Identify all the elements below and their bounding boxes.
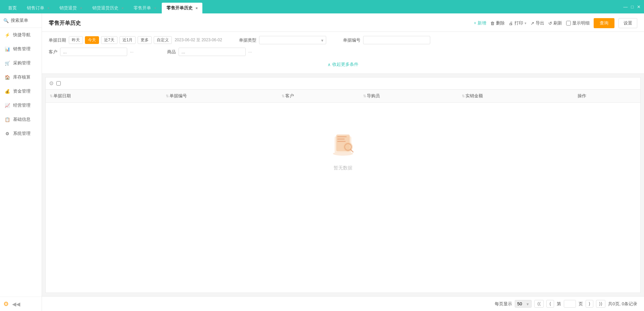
svg-rect-3 xyxy=(337,136,347,137)
date-option-更多[interactable]: 更多 xyxy=(138,36,152,44)
sidebar: 🔍 搜索菜单 ⚡ 快捷导航📊 销售管理🛒 采购管理🏠 库存核算💰 资金管理📈 经… xyxy=(0,13,42,311)
tab-close-icon[interactable]: × xyxy=(154,6,156,10)
show-detail-toggle[interactable]: 显示明细 xyxy=(566,20,590,26)
sidebar-item-基础信息[interactable]: 📋 基础信息 xyxy=(0,112,42,126)
table-header-客户[interactable]: ⇅客户 xyxy=(278,90,359,103)
sidebar-label: 资金管理 xyxy=(13,88,31,94)
print-button[interactable]: 🖨 打印 ▾ xyxy=(509,20,527,26)
sidebar-item-销售管理[interactable]: 📊 销售管理 xyxy=(0,42,42,56)
sidebar-label: 库存核算 xyxy=(13,74,31,80)
page-size-select[interactable]: 102050100 xyxy=(515,300,532,308)
table-settings-icon[interactable]: ⚙ xyxy=(49,80,54,87)
sidebar-item-快捷导航[interactable]: ⚡ 快捷导航 xyxy=(0,28,42,42)
customer-dotted-icon[interactable]: ··· xyxy=(130,49,134,54)
sidebar-item-经营管理[interactable]: 📈 经营管理 xyxy=(0,98,42,112)
date-option-今天[interactable]: 今天 xyxy=(85,36,99,44)
tab-close-icon[interactable]: × xyxy=(121,6,123,10)
goods-dotted-icon[interactable]: ··· xyxy=(248,49,252,54)
sidebar-item-资金管理[interactable]: 💰 资金管理 xyxy=(0,84,42,98)
customer-filter-label: 客户 xyxy=(49,49,57,55)
date-filter-label: 单据日期 xyxy=(49,37,66,43)
delete-icon: 🗑 xyxy=(490,21,495,26)
page-label: 第 xyxy=(557,301,561,307)
tab-close-icon[interactable]: × xyxy=(80,6,82,10)
svg-rect-4 xyxy=(337,139,345,140)
query-button[interactable]: 查询 xyxy=(594,18,614,28)
table-area: ⚙ ⇅单据日期⇅单据编号⇅客户⇅导购员⇅实销金额操作 xyxy=(45,77,641,293)
type-select[interactable] xyxy=(259,36,326,44)
table-header-单据编号[interactable]: ⇅单据编号 xyxy=(162,90,278,103)
sidebar-label: 销售管理 xyxy=(13,46,31,52)
sidebar-bottom: ⚙ ◀◀ xyxy=(0,297,42,311)
number-filter-label: 单据编号 xyxy=(343,37,360,43)
date-option-自定义[interactable]: 自定义 xyxy=(154,36,172,44)
sidebar-icon: 📊 xyxy=(4,46,10,52)
table-header-导购员[interactable]: ⇅导购员 xyxy=(359,90,458,103)
top-tab-零售开单历史[interactable]: 零售开单历史× xyxy=(162,3,202,13)
sidebar-item-采购管理[interactable]: 🛒 采购管理 xyxy=(0,56,42,70)
select-all-checkbox[interactable] xyxy=(56,81,61,86)
sort-icon: ⇅ xyxy=(462,94,465,98)
sidebar-icon: 🛒 xyxy=(4,60,10,66)
window-controls: — □ ✕ xyxy=(623,4,641,9)
number-input[interactable] xyxy=(363,36,430,44)
sort-icon: ⇅ xyxy=(166,94,169,98)
date-option-昨天[interactable]: 昨天 xyxy=(69,36,83,44)
goods-filter-label: 商品 xyxy=(167,49,176,55)
show-detail-checkbox[interactable] xyxy=(566,21,571,25)
type-filter: 单据类型 xyxy=(239,36,326,44)
sidebar-label: 快捷导航 xyxy=(13,32,31,38)
tab-close-icon[interactable]: × xyxy=(196,6,198,10)
sidebar-label: 基础信息 xyxy=(13,116,31,122)
table-toolbar: ⚙ xyxy=(46,77,640,90)
sidebar-item-库存核算[interactable]: 🏠 库存核算 xyxy=(0,70,42,84)
tab-close-icon[interactable]: × xyxy=(47,6,49,10)
sidebar-label: 采购管理 xyxy=(13,60,31,66)
sort-icon: ⇅ xyxy=(363,94,366,98)
page-number-input[interactable]: 1 xyxy=(564,300,576,308)
refresh-icon: ↺ xyxy=(548,21,552,26)
top-tab-销售订单[interactable]: 销售订单× xyxy=(22,3,54,13)
sort-icon: ⇅ xyxy=(50,94,53,98)
goods-input[interactable] xyxy=(179,48,246,56)
pagination: 每页显示 102050100 ⟨⟨ ⟨ 第 1 页 ⟩ ⟩⟩ 共0页, 0条记录 xyxy=(42,296,644,311)
collapse-filter-btn[interactable]: ∧ 收起更多条件 xyxy=(49,59,637,69)
top-tab-零售开单[interactable]: 零售开单× xyxy=(129,3,161,13)
sort-icon: ⇅ xyxy=(282,94,285,98)
table-header-单据日期[interactable]: ⇅单据日期 xyxy=(46,90,162,103)
date-filter: 单据日期 昨天今天近7天近1月更多自定义 2023-06-02 至 2023-0… xyxy=(49,36,222,44)
print-chevron-icon: ▾ xyxy=(525,21,527,25)
prev-page-btn[interactable]: ⟨ xyxy=(546,300,554,308)
date-options-group: 昨天今天近7天近1月更多自定义 xyxy=(69,36,172,44)
settings-button[interactable]: 设置 xyxy=(618,18,637,28)
add-button[interactable]: + 新增 xyxy=(474,20,486,26)
sidebar-search[interactable]: 🔍 搜索菜单 xyxy=(0,13,42,28)
export-icon: ↗ xyxy=(531,21,534,26)
collapse-sidebar-btn[interactable]: ◀◀ xyxy=(12,301,20,307)
export-button[interactable]: ↗ 导出 xyxy=(531,20,544,26)
close-btn[interactable]: ✕ xyxy=(637,4,641,9)
sidebar-item-系统管理[interactable]: ⚙ 系统管理 xyxy=(0,126,42,141)
date-option-近7天[interactable]: 近7天 xyxy=(101,36,117,44)
customer-input[interactable] xyxy=(60,48,127,56)
maximize-btn[interactable]: □ xyxy=(631,4,634,9)
filter-row-1: 单据日期 昨天今天近7天近1月更多自定义 2023-06-02 至 2023-0… xyxy=(49,36,637,44)
next-page-btn[interactable]: ⟩ xyxy=(586,300,593,308)
settings-icon[interactable]: ⚙ xyxy=(3,300,9,308)
first-page-btn[interactable]: ⟨⟨ xyxy=(534,300,544,308)
last-page-btn[interactable]: ⟩⟩ xyxy=(596,300,605,308)
top-tab-销货退货[interactable]: 销货退货× xyxy=(55,3,87,13)
top-tab-首页[interactable]: 首页 xyxy=(3,3,21,13)
refresh-button[interactable]: ↺ 刷新 xyxy=(548,20,562,26)
sidebar-icon: 🏠 xyxy=(4,74,10,80)
delete-button[interactable]: 🗑 删除 xyxy=(490,20,505,26)
top-bar: 首页销售订单×销货退货×销货退货历史×零售开单×零售开单历史× — □ ✕ xyxy=(0,0,644,13)
search-icon: 🔍 xyxy=(3,18,9,23)
number-filter: 单据编号 xyxy=(343,36,430,44)
date-option-近1月[interactable]: 近1月 xyxy=(119,36,136,44)
table-header-实销金额[interactable]: ⇅实销金额 xyxy=(458,90,574,103)
minimize-btn[interactable]: — xyxy=(623,4,628,9)
top-tab-销货退货历史[interactable]: 销货退货历史× xyxy=(88,3,128,13)
data-table: ⇅单据日期⇅单据编号⇅客户⇅导购员⇅实销金额操作 xyxy=(46,90,640,103)
empty-text: 暂无数据 xyxy=(334,165,352,171)
